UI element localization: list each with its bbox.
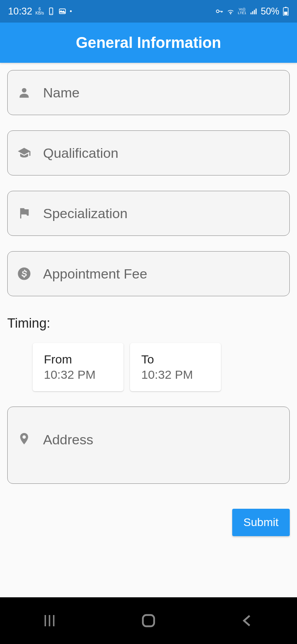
svg-rect-1 bbox=[51, 13, 52, 14]
address-input[interactable] bbox=[43, 432, 280, 448]
timing-label: Timing: bbox=[7, 316, 290, 331]
flag-icon bbox=[17, 206, 31, 220]
svg-rect-9 bbox=[285, 7, 287, 8]
svg-rect-0 bbox=[50, 8, 53, 15]
svg-rect-10 bbox=[284, 12, 287, 15]
app-header: General Information bbox=[0, 23, 297, 63]
back-icon[interactable] bbox=[239, 612, 256, 629]
page-title: General Information bbox=[76, 34, 221, 52]
fee-field-container[interactable] bbox=[7, 251, 290, 296]
image-icon bbox=[58, 7, 66, 15]
svg-point-11 bbox=[22, 88, 26, 93]
svg-point-3 bbox=[217, 10, 219, 13]
status-left: 10:32 6 KB/s • bbox=[8, 6, 72, 17]
qualification-field-container[interactable] bbox=[7, 130, 290, 175]
svg-rect-16 bbox=[143, 615, 154, 626]
battery-icon bbox=[283, 7, 289, 16]
data-rate: 6 KB/s bbox=[35, 7, 44, 15]
svg-rect-4 bbox=[250, 12, 252, 14]
form-container: Timing: From 10:32 PM To 10:32 PM Submit bbox=[0, 63, 297, 597]
time-to-value: 10:32 PM bbox=[141, 368, 210, 382]
vpn-key-icon bbox=[215, 7, 223, 15]
address-field-container[interactable] bbox=[7, 407, 290, 484]
battery-percent: 50% bbox=[261, 6, 279, 17]
time-from-value: 10:32 PM bbox=[44, 368, 112, 382]
submit-row: Submit bbox=[7, 509, 290, 536]
submit-button[interactable]: Submit bbox=[232, 509, 290, 536]
qualification-input[interactable] bbox=[43, 145, 280, 161]
dot-icon: • bbox=[70, 8, 72, 15]
time-from-label: From bbox=[44, 353, 112, 366]
location-icon bbox=[17, 432, 31, 446]
status-time: 10:32 bbox=[8, 6, 32, 17]
signal-icon bbox=[250, 7, 258, 15]
status-right: Vo)) LTE1 50% bbox=[215, 6, 289, 17]
time-from-card[interactable]: From 10:32 PM bbox=[33, 343, 124, 391]
wifi-icon bbox=[227, 7, 235, 15]
specialization-field-container[interactable] bbox=[7, 191, 290, 236]
time-to-label: To bbox=[141, 353, 210, 366]
svg-rect-6 bbox=[254, 10, 255, 14]
name-input[interactable] bbox=[43, 85, 280, 101]
svg-rect-7 bbox=[256, 8, 257, 14]
nav-bar bbox=[0, 597, 297, 644]
specialization-input[interactable] bbox=[43, 206, 280, 221]
status-bar: 10:32 6 KB/s • Vo)) LTE1 50% bbox=[0, 0, 297, 23]
volte-indicator: Vo)) LTE1 bbox=[238, 8, 246, 15]
home-icon[interactable] bbox=[140, 612, 157, 629]
dollar-icon bbox=[17, 267, 31, 281]
person-icon bbox=[17, 86, 31, 99]
time-to-card[interactable]: To 10:32 PM bbox=[130, 343, 221, 391]
recent-apps-icon[interactable] bbox=[41, 612, 58, 629]
name-field-container[interactable] bbox=[7, 70, 290, 115]
phone-icon bbox=[47, 7, 55, 15]
svg-rect-5 bbox=[252, 11, 254, 14]
fee-input[interactable] bbox=[43, 266, 280, 282]
school-icon bbox=[17, 146, 31, 160]
timing-row: From 10:32 PM To 10:32 PM bbox=[33, 343, 290, 391]
